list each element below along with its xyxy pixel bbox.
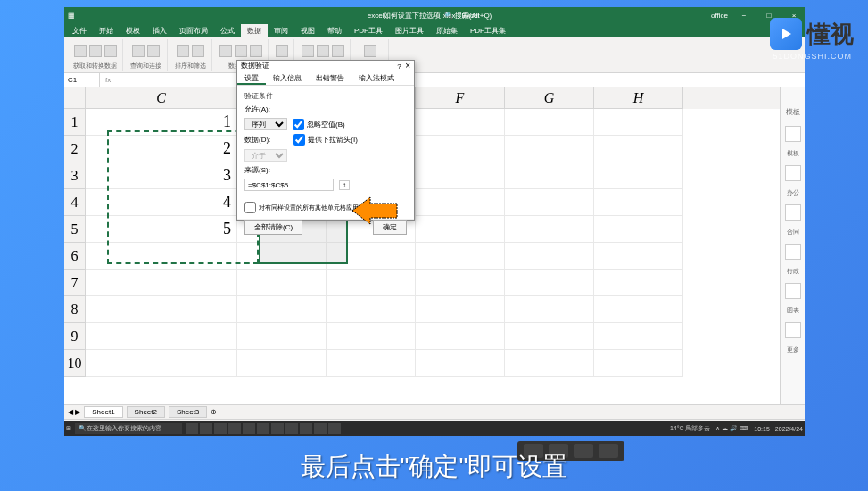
validation-icon[interactable]	[235, 45, 247, 57]
add-sheet-button[interactable]: ⊕	[211, 408, 217, 416]
cell-C5[interactable]: 5	[86, 216, 237, 243]
taskbar-app-4[interactable]	[228, 423, 241, 434]
start-button[interactable]: ⊞	[66, 425, 71, 432]
search-icon: 🔍	[444, 12, 453, 20]
sheet-tab-3[interactable]: Sheet3	[169, 406, 207, 418]
connections-icon[interactable]	[147, 45, 160, 57]
cells-area[interactable]: 1 2 3 4 5	[86, 109, 780, 377]
col-header-C[interactable]: C	[86, 87, 237, 109]
chart-icon[interactable]	[785, 283, 801, 299]
source-input[interactable]	[244, 179, 334, 191]
allow-select[interactable]: 序列	[244, 118, 287, 130]
panel-header[interactable]: 模板	[782, 105, 804, 119]
taskbar-app-11[interactable]	[328, 423, 341, 434]
name-box[interactable]: C1	[64, 73, 100, 87]
cell-C3[interactable]: 3	[86, 162, 237, 189]
contract-icon[interactable]	[785, 204, 801, 221]
dialog-tab-ime[interactable]: 输入法模式	[351, 71, 401, 85]
from-web-icon[interactable]	[104, 45, 117, 57]
invoice-icon[interactable]	[364, 45, 376, 57]
taskbar-app-10[interactable]	[314, 423, 327, 434]
row-header-2[interactable]: 2	[64, 136, 86, 162]
from-text-icon[interactable]	[89, 45, 102, 57]
taskbar-search[interactable]: 🔍 在这里输入你要搜索的内容	[75, 423, 182, 434]
apply-all-checkbox[interactable]	[244, 202, 256, 213]
row-header-4[interactable]: 4	[64, 189, 86, 216]
admin-icon[interactable]	[785, 244, 801, 260]
row-header-7[interactable]: 7	[64, 270, 86, 296]
ribbon: 获取和转换数据 查询和连接 排序和筛选 数据工具 预测 分级显示 发票查验	[64, 37, 805, 73]
menu-view[interactable]: 视图	[294, 24, 321, 37]
ignore-blank-checkbox[interactable]	[293, 119, 304, 130]
row-header-5[interactable]: 5	[64, 216, 86, 243]
sheet-tab-2[interactable]: Sheet2	[127, 406, 165, 418]
col-header-F[interactable]: F	[416, 87, 505, 109]
minimize-button[interactable]: −	[735, 12, 753, 20]
menu-help[interactable]: 帮助	[321, 24, 348, 37]
menu-review[interactable]: 审阅	[268, 24, 294, 37]
menu-file[interactable]: 文件	[66, 24, 93, 37]
select-all-corner[interactable]	[64, 87, 86, 109]
dialog-tab-error[interactable]: 出错警告	[309, 71, 351, 85]
side-panel: 模板 模板 办公 合同 行政 图表 更多	[780, 87, 805, 404]
cell-C2[interactable]: 2	[86, 136, 237, 162]
weather-widget[interactable]: 14°C 局部多云	[670, 424, 711, 433]
ok-button[interactable]: 确定	[373, 220, 407, 235]
menu-formula[interactable]: 公式	[214, 24, 241, 37]
get-data-icon[interactable]	[74, 45, 87, 57]
row-header-10[interactable]: 10	[64, 350, 86, 377]
dialog-tab-settings[interactable]: 设置	[237, 71, 266, 85]
filter-icon[interactable]	[192, 45, 204, 57]
row-header-1[interactable]: 1	[64, 109, 86, 136]
search-box[interactable]: 🔍 搜索(Alt+Q)	[444, 11, 492, 21]
tray-icons[interactable]: ∧ ☁ 🔊 ⌨	[715, 425, 748, 432]
taskbar-app-7[interactable]	[271, 423, 284, 434]
menu-template[interactable]: 模板	[120, 24, 146, 37]
whatif-icon[interactable]	[276, 45, 288, 57]
menu-original[interactable]: 原始集	[430, 24, 464, 37]
col-header-G[interactable]: G	[505, 87, 594, 109]
clock-date[interactable]: 2022/4/24	[775, 426, 803, 432]
menu-home[interactable]: 开始	[93, 24, 120, 37]
range-picker-icon[interactable]: ↕	[339, 180, 350, 190]
taskbar-app-8[interactable]	[285, 423, 298, 434]
taskbar-app-9[interactable]	[300, 423, 312, 434]
template-icon[interactable]	[785, 126, 801, 142]
sheet-tab-1[interactable]: Sheet1	[84, 406, 122, 418]
taskbar-app-3[interactable]	[214, 423, 227, 434]
row-header-6[interactable]: 6	[64, 243, 86, 270]
taskbar-app-1[interactable]	[186, 423, 198, 434]
clear-all-button[interactable]: 全部清除(C)	[244, 220, 302, 235]
dialog-tab-input[interactable]: 输入信息	[266, 71, 309, 85]
consolidate-icon[interactable]	[250, 45, 262, 57]
cell-C4[interactable]: 4	[86, 189, 237, 216]
taskbar-app-6[interactable]	[257, 423, 269, 434]
office-icon[interactable]	[785, 165, 801, 181]
sort-icon[interactable]	[177, 45, 189, 57]
taskbar-app-2[interactable]	[200, 423, 212, 434]
menu-image[interactable]: 图片工具	[389, 24, 430, 37]
row-header-8[interactable]: 8	[64, 296, 86, 323]
menu-insert[interactable]: 插入	[146, 24, 173, 37]
dropdown-checkbox[interactable]	[293, 134, 305, 146]
subtotal-icon[interactable]	[332, 45, 344, 57]
col-header-H[interactable]: H	[594, 87, 683, 109]
menu-pdfset[interactable]: PDF工具集	[464, 24, 512, 37]
more-icon[interactable]	[785, 322, 801, 338]
menu-layout[interactable]: 页面布局	[173, 24, 214, 37]
fx-icon[interactable]: fx	[100, 76, 116, 84]
clock-time[interactable]: 10:15	[754, 426, 770, 432]
group-icon[interactable]	[302, 45, 314, 57]
taskbar-app-5[interactable]	[243, 423, 255, 434]
ungroup-icon[interactable]	[317, 45, 329, 57]
menu-pdf[interactable]: PDF工具	[348, 24, 389, 37]
data-select: 介于	[244, 149, 287, 162]
dialog-help-button[interactable]: ?	[397, 62, 401, 71]
text-to-col-icon[interactable]	[219, 45, 232, 57]
row-header-3[interactable]: 3	[64, 162, 86, 189]
refresh-icon[interactable]	[132, 45, 145, 57]
cell-C1[interactable]: 1	[86, 109, 237, 136]
menu-data[interactable]: 数据	[241, 24, 268, 37]
dialog-close-button[interactable]: ×	[405, 61, 410, 71]
row-header-9[interactable]: 9	[64, 323, 86, 350]
